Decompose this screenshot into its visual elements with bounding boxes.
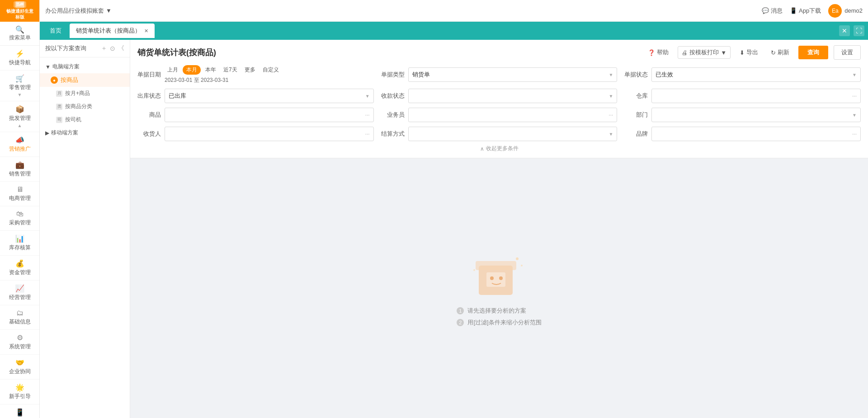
scheme-item-by-goods[interactable]: ● 按商品 (40, 73, 130, 87)
scheme-section: ▼ 电脑端方案 ● 按商品 月 按月+商品 类 按商品分类 司 按司机 (40, 57, 130, 142)
search-label: 搜索菜单 (3, 34, 37, 42)
brand-input[interactable]: ··· (651, 127, 861, 141)
outstatus-label: 出库状态 (137, 92, 161, 100)
panel-header-actions: ＋ ⊙ 《 (101, 44, 124, 52)
help-label: 帮助 (657, 48, 669, 57)
payment-label: 收款状态 (381, 92, 405, 100)
nav-appcenter[interactable]: 📱 应用中心 (0, 404, 39, 418)
tab-sales-stats[interactable]: 销货单统计表（按商品） ✕ (70, 24, 155, 38)
finance-icon: 💰 (15, 259, 24, 268)
docstatus-select[interactable]: 已生效 ▼ (651, 67, 861, 82)
filter-settlement-row: 结算方式 ▼ (381, 127, 618, 141)
quick-nav-icon: ⚡ (15, 49, 24, 58)
date-tab-current-month[interactable]: 本月 (183, 65, 201, 75)
nav-marketing[interactable]: 📣 营销推广 (0, 132, 39, 157)
scheme-sub-driver[interactable]: 司 按司机 (40, 113, 130, 126)
nav-wholesale[interactable]: 📦 批发管理 ▲ (0, 101, 39, 132)
warehouse-label: 仓库 (624, 92, 648, 100)
salesperson-more[interactable]: ··· (609, 112, 613, 118)
nav-newbie[interactable]: 🌟 新手引导 (0, 380, 39, 404)
title-actions: ❓ 帮助 🖨 按模板打印 ▼ ⬇ 导出 ↻ (644, 45, 861, 60)
export-label: 导出 (746, 48, 758, 57)
nav-system[interactable]: ⚙ 系统管理 (0, 330, 39, 355)
brand-more[interactable]: ··· (852, 131, 857, 137)
data-area: 1 请先选择要分析的方案 2 用[过滤]条件来缩小分析范围 (130, 158, 868, 418)
nav-ecommerce[interactable]: 🖥 电商管理 (0, 182, 39, 206)
goods-input[interactable]: ··· (165, 108, 374, 122)
setting-btn[interactable]: 设置 (834, 45, 861, 60)
export-btn[interactable]: ⬇ 导出 (736, 47, 762, 58)
tab-fullscreen-btn[interactable]: ⛶ (854, 25, 864, 36)
goods-more[interactable]: ··· (365, 112, 370, 118)
svg-rect-2 (16, 5, 21, 5)
nav-finance[interactable]: 💰 资金管理 (0, 256, 39, 280)
page-title: 销货单统计表(按商品) (137, 47, 216, 58)
group-mobile[interactable]: ▶ 移动端方案 (40, 126, 130, 139)
nav-newbie-label: 新手引导 (9, 393, 31, 400)
filter-outstatus-row: 出库状态 已出库 ▼ (137, 89, 374, 103)
date-tab-more[interactable]: 更多 (242, 65, 258, 75)
message-icon: 💬 (762, 7, 769, 14)
tab-close-window-btn[interactable]: ✕ (839, 25, 850, 36)
nav-purchase[interactable]: 🛍 采购管理 (0, 206, 39, 231)
basic-icon: 🗂 (16, 309, 24, 317)
salesperson-input[interactable]: ··· (408, 108, 618, 122)
nav-stock[interactable]: 📊 库存核算 (0, 231, 39, 256)
scheme-sub-category[interactable]: 类 按商品分类 (40, 100, 130, 113)
industry-selector[interactable]: 办公用品行业模拟账套 ▼ (45, 7, 112, 15)
nav-basic[interactable]: 🗂 基础信息 (0, 305, 39, 330)
hint1-num: 1 (457, 307, 464, 314)
hint1-text: 请先选择要分析的方案 (467, 307, 526, 315)
nav-retail[interactable]: 🛒 零售管理 ▼ (0, 71, 39, 101)
print-label: 按模板打印 (689, 48, 719, 57)
svg-rect-5 (476, 261, 516, 270)
nav-quick[interactable]: ⚡ 快捷导航 (0, 46, 39, 71)
nav-enterprise[interactable]: 🤝 企业协同 (0, 355, 39, 380)
tab-sales-stats-label: 销货单统计表（按商品） (76, 27, 141, 35)
doctype-select[interactable]: 销货单 ▼ (408, 67, 618, 82)
print-btn[interactable]: 🖨 按模板打印 ▼ (678, 46, 731, 59)
user-area[interactable]: Ea demo2 (828, 4, 863, 18)
retail-icon: 🛒 (15, 74, 24, 83)
docstatus-label: 单据状态 (624, 71, 648, 79)
nav-sales[interactable]: 💼 销售管理 (0, 157, 39, 182)
tab-home[interactable]: 首页 (43, 24, 68, 38)
date-tab-7days[interactable]: 近7天 (221, 65, 240, 75)
message-btn[interactable]: 💬 消息 (762, 7, 783, 15)
hint2-num: 2 (457, 319, 464, 326)
industry-name: 办公用品行业模拟账套 (45, 7, 104, 15)
collapse-panel-icon[interactable]: 《 (118, 44, 124, 52)
refresh-btn[interactable]: ↻ 刷新 (767, 47, 793, 58)
date-tab-custom[interactable]: 自定义 (260, 65, 282, 75)
receiver-input[interactable]: ··· (165, 127, 374, 141)
logo-icon (14, 1, 26, 8)
warehouse-input[interactable]: ··· (651, 89, 861, 103)
scheme-icon-goods: ● (51, 76, 58, 84)
collapse-more-btn[interactable]: ∧ 收起更多条件 (137, 141, 861, 152)
tab-close-icon[interactable]: ✕ (144, 28, 148, 34)
date-tab-year[interactable]: 本年 (203, 65, 219, 75)
query-btn[interactable]: 查询 (798, 46, 828, 59)
help-btn[interactable]: ❓ 帮助 (644, 47, 672, 58)
app-download-btn[interactable]: 📱 App下载 (790, 7, 821, 15)
search-menu[interactable]: 🔍 搜索菜单 (0, 22, 39, 46)
nav-ops[interactable]: 📈 经营管理 (0, 280, 39, 305)
scheme-sub-month-goods[interactable]: 月 按月+商品 (40, 87, 130, 100)
settlement-select[interactable]: ▼ (408, 127, 618, 141)
add-scheme-icon[interactable]: ＋ (101, 44, 107, 52)
app-logo[interactable]: 畅捷通好生意 标版 (0, 0, 39, 22)
svg-point-10 (521, 265, 523, 266)
date-tab-last-month[interactable]: 上月 (165, 65, 181, 75)
department-select[interactable]: ▼ (651, 108, 861, 122)
group-desktop[interactable]: ▼ 电脑端方案 (40, 60, 130, 73)
industry-arrow: ▼ (106, 7, 112, 14)
close-window-icon: ✕ (842, 27, 847, 34)
outstatus-select[interactable]: 已出库 ▼ (165, 89, 374, 103)
settings-scheme-icon[interactable]: ⊙ (110, 45, 115, 52)
header-left: 办公用品行业模拟账套 ▼ (45, 7, 112, 15)
group-mobile-label: 移动端方案 (51, 129, 78, 137)
warehouse-more[interactable]: ··· (852, 93, 857, 99)
nav-ops-label: 经营管理 (9, 294, 31, 301)
receiver-more[interactable]: ··· (365, 131, 370, 137)
payment-select[interactable]: ▼ (408, 89, 618, 103)
